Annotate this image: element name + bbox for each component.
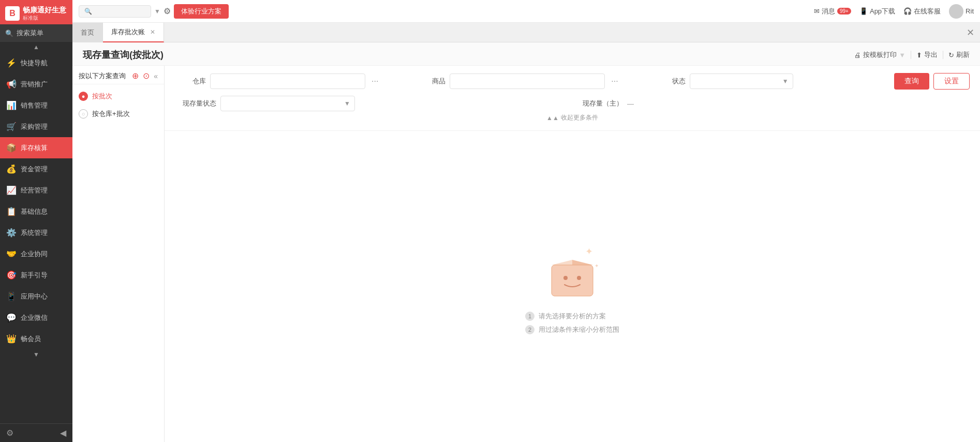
tab-inventory-batch[interactable]: 库存批次账 ✕ [103, 23, 164, 42]
trial-btn[interactable]: 体验行业方案 [174, 4, 229, 19]
sidebar-item-guide[interactable]: 🎯 新手引导 [0, 264, 72, 286]
left-panel-add-btn[interactable]: ⊕ [132, 71, 139, 81]
sidebar-item-label: 畅会员 [21, 334, 41, 344]
lp-item-by-batch[interactable]: ● 按批次 [72, 87, 164, 105]
hint-2-text: 用过滤条件来缩小分析范围 [539, 325, 619, 334]
support-label: 在线客服 [914, 7, 941, 16]
settings-btn[interactable]: 设置 [933, 73, 970, 90]
sidebar-item-basic[interactable]: 📋 基础信息 [0, 201, 72, 222]
topbar-app-download[interactable]: 📱 App下载 [859, 7, 895, 16]
quick-nav-icon: ⚡ [6, 58, 17, 68]
svg-text:✦: ✦ [595, 263, 599, 269]
sidebar-search-label: 搜索菜单 [17, 28, 43, 38]
sidebar-item-enterprise[interactable]: 🤝 企业协同 [0, 243, 72, 264]
query-btn[interactable]: 查询 [894, 73, 929, 90]
empty-hint-2: 2 用过滤条件来缩小分析范围 [525, 325, 619, 334]
sidebar-item-system[interactable]: ⚙️ 系统管理 [0, 222, 72, 243]
sidebar-item-quick-nav[interactable]: ⚡ 快捷导航 [0, 52, 72, 73]
topbar-chevron-icon[interactable]: ▼ [154, 8, 160, 15]
topbar-user[interactable]: Rit [949, 4, 974, 19]
topbar-online-support[interactable]: 🎧 在线客服 [903, 7, 941, 16]
sidebar-item-label: 资金管理 [21, 165, 48, 174]
divider2 [943, 51, 943, 59]
sidebar-item-sales[interactable]: 📊 销售管理 [0, 95, 72, 116]
app-info: 畅康通好生意 标准版 [23, 5, 66, 21]
export-btn[interactable]: ⬆ 导出 [916, 50, 938, 60]
warehouse-dots[interactable]: ··· [372, 77, 378, 86]
lp-item-by-batch-label: 按批次 [92, 92, 112, 101]
hint-1-text: 请先选择要分析的方案 [539, 312, 606, 321]
sidebar-item-search[interactable]: 🔍 搜索菜单 [0, 24, 72, 42]
status-label: 状态 [655, 77, 686, 86]
sidebar-item-app-center[interactable]: 📱 应用中心 [0, 286, 72, 307]
guide-icon: 🎯 [6, 270, 17, 280]
page-title: 现存量查询(按批次) [83, 49, 164, 61]
user-name: Rit [966, 7, 974, 15]
product-filter-group: 商品 ··· [414, 73, 646, 89]
stock-qty-filter-group: 现存量（主） — [576, 99, 970, 108]
stock-status-arrow-icon: ▼ [344, 100, 350, 107]
sidebar-item-purchase[interactable]: 🛒 采购管理 [0, 116, 72, 137]
svg-text:✦: ✦ [585, 246, 593, 257]
svg-rect-0 [552, 265, 593, 296]
svg-point-2 [563, 276, 568, 280]
sidebar-item-label: 应用中心 [21, 292, 48, 301]
operation-icon: 📈 [6, 185, 17, 195]
refresh-btn[interactable]: ↻ 刷新 [948, 50, 970, 60]
collapse-btn[interactable]: ▲▲ 收起更多条件 [175, 111, 970, 127]
sidebar-item-finance[interactable]: 💰 资金管理 [0, 158, 72, 180]
app-download-icon: 📱 [859, 7, 868, 15]
topbar-right: ✉ 消息 99+ 📱 App下载 🎧 在线客服 Rit [814, 4, 974, 19]
sidebar-header: B 畅康通好生意 标准版 [0, 0, 72, 24]
filter-row-1: 仓库 ··· 商品 ··· 状态 [175, 73, 970, 90]
wechat-icon: 💬 [6, 313, 17, 322]
left-panel-settings-btn[interactable]: ⊙ [143, 71, 150, 81]
sidebar-item-marketing[interactable]: 📢 营销推广 [0, 73, 72, 95]
topbar-search-box[interactable]: 🔍 [79, 5, 151, 18]
divider [911, 51, 911, 59]
sidebar-item-wechat[interactable]: 💬 企业微信 [0, 307, 72, 328]
sidebar-scroll-up[interactable]: ▲ [0, 42, 72, 52]
sidebar-item-vip[interactable]: 👑 畅会员 [0, 328, 72, 349]
print-btn[interactable]: 🖨 按模板打印 ▼ [854, 50, 905, 60]
stock-status-label: 现存量状态 [175, 99, 216, 108]
app-name: 畅康通好生意 [23, 5, 66, 14]
export-icon: ⬆ [916, 51, 922, 59]
stock-qty-label: 现存量（主） [576, 99, 623, 108]
stock-status-select[interactable]: ▼ [220, 96, 355, 111]
topbar-gear-icon[interactable]: ⚙ [164, 6, 171, 16]
inventory-icon: 📦 [6, 143, 17, 153]
left-panel: 按以下方案查询 ⊕ ⊙ « ● 按批次 ○ 按仓库+批次 [72, 66, 165, 442]
export-label: 导出 [924, 50, 938, 60]
tabs-close-all-btn[interactable]: ✕ [960, 23, 980, 42]
support-icon: 🎧 [903, 7, 912, 15]
topbar-messages[interactable]: ✉ 消息 99+ [814, 7, 851, 16]
product-input[interactable] [450, 73, 605, 89]
sidebar-scroll-down[interactable]: ▼ [0, 349, 72, 360]
left-panel-collapse-btn[interactable]: « [154, 72, 158, 80]
hint-1-num: 1 [525, 312, 534, 321]
warehouse-input[interactable] [210, 73, 365, 89]
status-select-arrow-icon: ▼ [782, 78, 789, 85]
tab-home[interactable]: 首页 [72, 23, 103, 42]
status-select[interactable]: ▼ [690, 73, 793, 89]
warehouse-label: 仓库 [175, 77, 206, 86]
sidebar-item-label: 营销推广 [21, 80, 48, 89]
tab-close-icon[interactable]: ✕ [150, 28, 155, 36]
stock-status-filter-group: 现存量状态 ▼ [175, 96, 568, 111]
user-avatar [949, 4, 963, 19]
tab-inventory-batch-label: 库存批次账 [111, 27, 145, 37]
sidebar-item-operation[interactable]: 📈 经营管理 [0, 180, 72, 201]
page-header-actions: 🖨 按模板打印 ▼ ⬆ 导出 ↻ 刷新 [854, 50, 970, 60]
lp-item-by-warehouse-batch[interactable]: ○ 按仓库+批次 [72, 105, 164, 123]
filter-row-2: 现存量状态 ▼ 现存量（主） — [175, 96, 970, 111]
app-logo: B [5, 6, 20, 21]
sidebar-item-inventory[interactable]: 📦 库存核算 [0, 137, 72, 158]
right-content: 仓库 ··· 商品 ··· 状态 [165, 66, 980, 442]
marketing-icon: 📢 [6, 79, 17, 89]
sidebar-item-label: 经营管理 [21, 186, 48, 195]
product-dots[interactable]: ··· [611, 77, 618, 86]
sidebar-collapse-btn[interactable]: ◀ [60, 428, 66, 438]
sidebar-settings-btn[interactable]: ⚙ [6, 428, 13, 438]
finance-icon: 💰 [6, 164, 17, 174]
